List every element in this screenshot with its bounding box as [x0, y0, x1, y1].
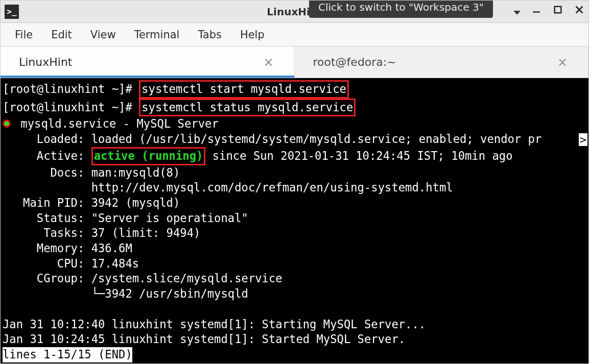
- tab-close-button[interactable]: ×: [261, 55, 275, 69]
- minimize-button[interactable]: [531, 5, 541, 15]
- terminal-line: http://dev.mysql.com/doc/refman/en/using…: [3, 180, 588, 196]
- minimize-icon: [532, 6, 540, 14]
- terminal-line: [3, 302, 588, 317]
- terminal-line: Tasks: 37 (limit: 9494): [3, 226, 588, 241]
- terminal-line: [root@linuxhint ~]# systemctl start mysq…: [3, 80, 588, 99]
- tab-label: LinuxHint: [19, 56, 73, 68]
- menubar: File Edit View Terminal Tabs Help: [1, 23, 588, 46]
- close-icon: [575, 5, 584, 14]
- terminal-line: [root@linuxhint ~]# systemctl status mys…: [3, 99, 588, 117]
- terminal-line: Main PID: 3942 (mysqld): [3, 196, 588, 211]
- menu-view[interactable]: View: [81, 26, 125, 44]
- maximize-button[interactable]: [553, 5, 563, 15]
- tab-close-button[interactable]: ×: [555, 55, 570, 69]
- menu-file[interactable]: File: [6, 26, 42, 44]
- terminal-line: Memory: 436.6M: [3, 241, 588, 256]
- line-overflow-indicator: >: [579, 133, 587, 146]
- pager-status: lines 1-15/15 (END): [3, 347, 588, 362]
- terminal-line: Jan 31 10:24:45 linuxhint systemd[1]: St…: [3, 332, 588, 347]
- maximize-icon: [554, 6, 562, 14]
- status-dot-icon: [3, 119, 11, 128]
- terminal-line: Active: active (running) since Sun 2021-…: [3, 147, 588, 165]
- close-button[interactable]: [574, 5, 584, 15]
- menu-tabs[interactable]: Tabs: [189, 26, 231, 44]
- highlighted-command: systemctl start mysqld.service: [139, 80, 349, 99]
- tabbar: LinuxHint × root@fedora:~ ×: [1, 46, 588, 78]
- terminal-line: mysqld.service - MySQL Server: [3, 116, 588, 132]
- terminal-line: Loaded: loaded (/usr/lib/systemd/system/…: [3, 132, 588, 147]
- svg-rect-1: [555, 7, 561, 13]
- window-controls: [531, 5, 584, 15]
- titlebar: >_ LinuxHint Click to switch to "Workspa…: [1, 1, 588, 23]
- service-header: mysqld.service - MySQL Server: [14, 117, 219, 130]
- tooltip-arrow-icon: [513, 11, 521, 15]
- terminal-line: └─3942 /usr/sbin/mysqld: [3, 286, 588, 302]
- shell-prompt: [root@linuxhint ~]#: [3, 101, 139, 114]
- highlighted-command: systemctl status mysqld.service: [139, 99, 356, 117]
- tab-label: root@fedora:~: [313, 56, 396, 68]
- highlighted-active-status: active (running): [91, 147, 206, 165]
- shell-prompt: [root@linuxhint ~]#: [3, 82, 139, 95]
- terminal-line: CGroup: /system.slice/mysqld.service: [3, 271, 588, 286]
- terminal-line: CPU: 17.484s: [3, 256, 588, 272]
- tab-linuxhint[interactable]: LinuxHint ×: [1, 46, 295, 78]
- menu-help[interactable]: Help: [231, 26, 274, 44]
- active-timestamp: since Sun 2021-01-31 10:24:45 IST; 10min…: [205, 149, 512, 162]
- menu-edit[interactable]: Edit: [42, 26, 81, 44]
- menu-terminal[interactable]: Terminal: [125, 26, 189, 44]
- terminal-line: Docs: man:mysqld(8): [3, 165, 588, 181]
- terminal-output[interactable]: [root@linuxhint ~]# systemctl start mysq…: [1, 78, 588, 363]
- terminal-line: Jan 31 10:12:40 linuxhint systemd[1]: St…: [3, 317, 588, 332]
- terminal-line: Status: "Server is operational": [3, 211, 588, 226]
- pager-text: lines 1-15/15 (END): [3, 347, 132, 362]
- terminal-window: >_ LinuxHint Click to switch to "Workspa…: [0, 0, 589, 364]
- tab-root-fedora[interactable]: root@fedora:~ ×: [295, 46, 589, 78]
- workspace-switch-tooltip[interactable]: Click to switch to "Workspace 3": [309, 1, 493, 18]
- active-label: Active:: [3, 149, 91, 162]
- terminal-app-icon: >_: [5, 5, 19, 19]
- active-running-text: active (running): [94, 149, 203, 162]
